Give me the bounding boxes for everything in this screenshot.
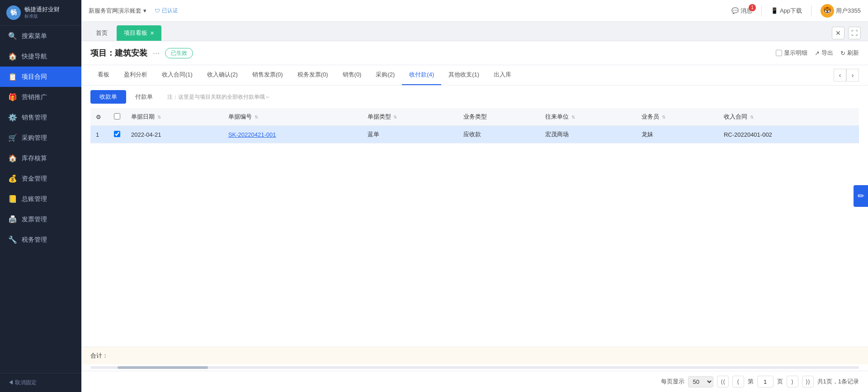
inner-tab-receipt[interactable]: 收款单 — [90, 90, 126, 104]
avatar: 🐯 — [821, 4, 834, 18]
subtab-sales[interactable]: 销售(0) — [335, 65, 369, 85]
sidebar-item-label: 项目合同 — [22, 73, 47, 81]
subtab-profit[interactable]: 盈利分析 — [117, 65, 155, 85]
project-header-actions: 显示明细 ↗ 导出 ↻ 刷新 — [776, 49, 859, 57]
show-detail-checkbox[interactable]: 显示明细 — [776, 49, 807, 57]
table-row[interactable]: 1 2022-04-21 SK-20220421-001 蓝单 应收款 宏茂商场… — [90, 126, 859, 143]
verified-label: 已认证 — [162, 7, 178, 14]
last-page-button[interactable]: ⟩⟩ — [802, 376, 814, 387]
export-button[interactable]: ↗ 导出 — [815, 49, 833, 57]
subtab-in-out[interactable]: 出入库 — [486, 65, 519, 85]
row-select-checkbox[interactable] — [114, 131, 120, 137]
row-income-contract: RC-20220401-002 — [718, 126, 859, 143]
subtab-prev-arrow[interactable]: ‹ — [834, 69, 846, 81]
subtab-other-expense[interactable]: 其他收支(1) — [441, 65, 486, 85]
next-page-button[interactable]: ⟩ — [787, 376, 798, 387]
sidebar-item-marketing[interactable]: 🎁 营销推广 — [0, 87, 81, 107]
sidebar-item-quick-nav[interactable]: 🏠 快捷导航 — [0, 46, 81, 67]
cart-icon: 🛒 — [8, 134, 17, 142]
sidebar-item-inventory[interactable]: 🏠 库存核算 — [0, 148, 81, 168]
total-pages-label: 共1页，1条记录 — [817, 378, 859, 386]
topbar: 新服务官网演示账套 ▾ 🛡 已认证 💬 消息 1 📱 App下载 🐯 用 — [81, 0, 868, 22]
inner-note: 注：这里是与项目关联的全部收付款单哦～ — [167, 93, 270, 101]
sidebar-item-tax[interactable]: 🔧 税务管理 — [0, 229, 81, 250]
date-column-header[interactable]: 单据日期 ⇅ — [126, 108, 223, 126]
row-checkbox[interactable] — [108, 126, 126, 143]
scrollbar-thumb[interactable] — [118, 366, 208, 369]
message-button[interactable]: 💬 消息 1 — [731, 7, 752, 15]
checkbox-box[interactable] — [776, 50, 782, 56]
app-download-label: App下载 — [780, 7, 802, 15]
more-options-icon[interactable]: ··· — [153, 48, 160, 58]
checkbox-column-header[interactable] — [108, 108, 126, 126]
tab-project-board[interactable]: 项目看板 ✕ — [117, 25, 161, 41]
subtab-next-arrow[interactable]: › — [846, 69, 859, 81]
subtab-income-confirm[interactable]: 收入确认(2) — [200, 65, 245, 85]
close-window-button[interactable]: ✕ — [832, 27, 844, 39]
per-page-select[interactable]: 50 20 100 — [688, 376, 713, 387]
tab-home[interactable]: 首页 — [89, 25, 115, 41]
horizontal-scrollbar[interactable] — [81, 364, 868, 371]
tabbar-controls: ✕ ⛶ — [832, 27, 861, 39]
subtab-receipt[interactable]: 收付款(4) — [402, 65, 441, 85]
number-column-header[interactable]: 单据编号 ⇅ — [223, 108, 362, 126]
subtab-kanban[interactable]: 看板 — [90, 65, 117, 85]
first-page-button[interactable]: ⟨⟨ — [717, 376, 729, 387]
sort-icon: ⇅ — [255, 115, 258, 120]
partner-column-header[interactable]: 往来单位 ⇅ — [540, 108, 636, 126]
sidebar-item-purchase[interactable]: 🛒 采购管理 — [0, 128, 81, 148]
sidebar-item-finance[interactable]: 💰 资金管理 — [0, 168, 81, 189]
expand-window-button[interactable]: ⛶ — [848, 27, 861, 39]
sort-icon: ⇅ — [393, 115, 397, 120]
divider2 — [811, 5, 811, 16]
row-number[interactable]: SK-20220421-001 — [223, 126, 362, 143]
account-dropdown[interactable]: 新服务官网演示账套 ▾ — [89, 7, 146, 15]
app-download-button[interactable]: 📱 App下载 — [771, 7, 802, 15]
subtab-income-contract[interactable]: 收入合同(1) — [155, 65, 200, 85]
income-contract-column-header[interactable]: 收入合同 ⇅ — [718, 108, 859, 126]
salesman-column-header[interactable]: 业务员 ⇅ — [636, 108, 718, 126]
divider — [761, 5, 762, 16]
table-body: 1 2022-04-21 SK-20220421-001 蓝单 应收款 宏茂商场… — [90, 126, 859, 143]
sidebar-item-search[interactable]: 🔍 搜索菜单 — [0, 26, 81, 46]
tab-close-icon[interactable]: ✕ — [150, 30, 154, 36]
phone-icon: 📱 — [771, 7, 778, 14]
tabbar: 首页 项目看板 ✕ ✕ ⛶ — [81, 22, 868, 41]
settings-column-header[interactable]: ⚙ — [90, 108, 108, 126]
sidebar-item-label: 发票管理 — [22, 215, 47, 224]
unpin-button[interactable]: ◀ 取消固定 — [0, 373, 81, 392]
row-salesman: 龙妹 — [636, 126, 718, 143]
show-detail-label: 显示明细 — [784, 49, 807, 57]
gift-icon: 🎁 — [8, 93, 17, 101]
verified-badge: 🛡 已认证 — [155, 7, 178, 14]
select-all-checkbox[interactable] — [114, 113, 120, 120]
row-type: 蓝单 — [362, 126, 458, 143]
account-selector: 新服务官网演示账套 ▾ 🛡 已认证 — [89, 7, 726, 15]
subtab-tax-invoice[interactable]: 税务发票(0) — [290, 65, 335, 85]
refresh-button[interactable]: ↻ 刷新 — [840, 49, 859, 57]
sidebar-item-label: 搜索菜单 — [22, 32, 47, 40]
type-column-header[interactable]: 单据类型 ⇅ — [362, 108, 458, 126]
sidebar-item-label: 税务管理 — [22, 236, 47, 244]
right-float-button[interactable]: ✏ — [854, 185, 868, 207]
inner-tab-payment[interactable]: 付款单 — [126, 90, 162, 104]
user-menu[interactable]: 🐯 用户3355 — [821, 4, 861, 18]
subtab-purchase[interactable]: 采购(2) — [368, 65, 402, 85]
table-footer: 合计： — [81, 347, 868, 364]
sidebar-item-label: 营销推广 — [22, 93, 47, 101]
subtab-sales-invoice[interactable]: 销售发票(0) — [245, 65, 290, 85]
sidebar: 畅 畅捷通好业财 标准版 🔍 搜索菜单 🏠 快捷导航 📋 项目合同 🎁 营销推广… — [0, 0, 81, 392]
invoice-icon: 🖨️ — [8, 215, 17, 224]
sidebar-item-ledger[interactable]: 📒 总账管理 — [0, 189, 81, 209]
export-icon: ↗ — [815, 50, 820, 57]
sidebar-item-project-contract[interactable]: 📋 项目合同 — [0, 67, 81, 87]
row-partner: 宏茂商场 — [540, 126, 636, 143]
page-number-input[interactable] — [757, 376, 774, 387]
shield-icon: 🛡 — [155, 8, 160, 14]
project-title: 项目：建筑安装 — [90, 48, 147, 58]
sidebar-item-sales[interactable]: ⚙️ 销售管理 — [0, 107, 81, 128]
prev-page-button[interactable]: ⟨ — [732, 376, 744, 387]
message-badge: 1 — [749, 4, 756, 11]
sidebar-item-invoice[interactable]: 🖨️ 发票管理 — [0, 209, 81, 229]
finance-icon: 💰 — [8, 174, 17, 183]
